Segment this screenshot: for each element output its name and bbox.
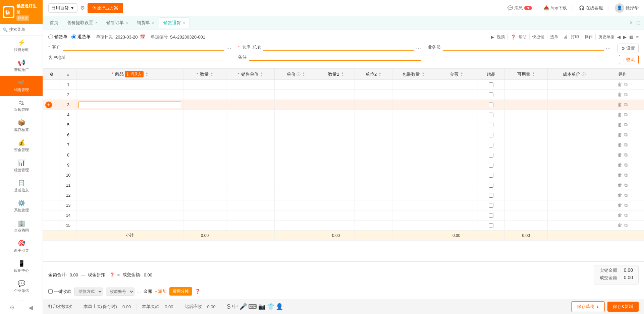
save-new-btn[interactable]: 保存&新增	[607, 302, 639, 312]
sidebar-item-system[interactable]: ⚙️ 系统管理	[0, 196, 43, 216]
copy-icon-3[interactable]: ⧉	[624, 102, 628, 108]
copy9[interactable]: ⧉	[624, 162, 628, 168]
sidebar-item-app-center[interactable]: 📱 应用中心	[0, 256, 43, 276]
copy5[interactable]: ⧉	[624, 122, 628, 128]
tab-sales-delivery-close[interactable]: ×	[152, 20, 154, 25]
del13[interactable]: 🗑	[618, 202, 622, 208]
ime-icon[interactable]: S	[227, 303, 231, 310]
fee-split-help[interactable]: ❓	[195, 289, 200, 294]
delete-icon-3[interactable]: 🗑	[618, 102, 622, 108]
copy8[interactable]: ⧉	[624, 152, 628, 158]
price-info-icon[interactable]: ⓘ	[297, 72, 301, 77]
copy7[interactable]: ⧉	[624, 142, 628, 148]
select-btn[interactable]: 选单	[550, 34, 558, 40]
prev-icon[interactable]: ◀	[617, 35, 621, 40]
copy-icon-2[interactable]: ⧉	[624, 92, 628, 98]
gift-checkbox-11[interactable]	[489, 183, 493, 188]
fee-split-btn[interactable]: 费用分摊	[169, 287, 192, 296]
sidebar-item-members[interactable]: 👑 畅会员	[0, 297, 43, 301]
tab-sales-order[interactable]: 销售订单 ×	[102, 18, 132, 28]
sidebar-settings-btn[interactable]: ⚙	[9, 304, 15, 311]
help-btn[interactable]: 帮助	[519, 34, 527, 40]
gift-checkbox-3[interactable]	[489, 103, 493, 107]
copy-icon-1[interactable]: ⧉	[624, 82, 628, 87]
tab-sales-return[interactable]: 销货退货 ×	[159, 17, 190, 28]
gift-checkbox-14[interactable]	[489, 213, 493, 218]
sidebar-item-enterprise-wechat[interactable]: 💬 企业微信	[0, 276, 43, 297]
save-draft-btn[interactable]: 保存草稿 ▲	[571, 301, 605, 312]
microphone-icon[interactable]: 🎤	[239, 303, 247, 310]
one-key-payment-checkbox[interactable]: 一键收款	[48, 289, 71, 295]
sidebar-item-finance[interactable]: 💰 资金管理	[0, 136, 43, 156]
gift-checkbox-1[interactable]	[489, 82, 493, 87]
add-fee-btn[interactable]: + 添加	[155, 289, 167, 295]
remark-input[interactable]	[249, 54, 421, 61]
topbar-gear-icon[interactable]: ⚙	[80, 5, 85, 11]
camera-icon[interactable]: 📷	[258, 303, 266, 310]
sidebar-item-sales[interactable]: 🛒 销售管理	[0, 76, 43, 96]
tab-price-settings-close[interactable]: ×	[95, 20, 98, 25]
tshirt-icon[interactable]: 👕	[267, 303, 274, 310]
del12[interactable]: 🗑	[618, 192, 622, 198]
module-selector[interactable]: 日用百货 ▼	[48, 3, 77, 13]
sidebar-item-purchase[interactable]: 🛍 采购管理	[0, 96, 43, 116]
next-icon[interactable]: ▶	[623, 35, 627, 40]
tabs-close-btn[interactable]: ×	[628, 19, 634, 26]
tab-sales-order-close[interactable]: ×	[126, 20, 128, 25]
delete-icon-1[interactable]: 🗑	[618, 82, 622, 87]
gift-checkbox-7[interactable]	[489, 143, 493, 147]
gift-checkbox-12[interactable]	[489, 193, 493, 198]
shortcut-btn[interactable]: 快捷键	[532, 34, 544, 40]
staff-dots[interactable]: ...	[606, 44, 611, 51]
sidebar-item-enterprise[interactable]: 🏢 企业协同	[0, 216, 43, 236]
product-input-3[interactable]	[78, 102, 181, 108]
cost-info-icon[interactable]: ⓘ	[582, 72, 586, 77]
grid-view-icon[interactable]: ▦	[629, 35, 633, 40]
radio-sales[interactable]: 销货单	[48, 34, 67, 40]
del8[interactable]: 🗑	[618, 152, 622, 158]
video-btn[interactable]: 视频	[497, 34, 505, 40]
sidebar-collapse-btn[interactable]: ◀	[29, 304, 33, 311]
radio-return-input[interactable]	[71, 35, 76, 39]
tab-price-settings[interactable]: 售价提取设置 ×	[63, 18, 102, 28]
copy12[interactable]: ⧉	[624, 192, 628, 198]
del5[interactable]: 🗑	[618, 122, 622, 128]
del15[interactable]: 🗑	[618, 223, 622, 228]
copy6[interactable]: ⧉	[624, 132, 628, 138]
gift-checkbox-15[interactable]	[489, 223, 493, 228]
keyboard-icon[interactable]: ⌨	[248, 303, 257, 310]
trial-btn[interactable]: 体验行业方案	[88, 3, 123, 13]
del6[interactable]: 🗑	[618, 132, 622, 138]
row-add-btn[interactable]: +	[45, 102, 52, 108]
sidebar-item-marketing[interactable]: 📢 营销推广	[0, 56, 43, 76]
gift-checkbox-13[interactable]	[489, 203, 493, 208]
tab-home[interactable]: 首页	[46, 18, 62, 28]
copy11[interactable]: ⧉	[624, 182, 628, 188]
del14[interactable]: 🗑	[618, 212, 622, 218]
sidebar-item-guide[interactable]: 🎯 新手引导	[0, 236, 43, 256]
gift-checkbox-5[interactable]	[489, 123, 493, 127]
del4[interactable]: 🗑	[618, 112, 622, 118]
customer-input[interactable]	[63, 44, 224, 51]
gift-checkbox-2[interactable]	[489, 92, 493, 97]
tabs-expand-btn[interactable]: □	[635, 19, 641, 26]
staff-input[interactable]	[443, 44, 604, 51]
customer-dots[interactable]: ...	[226, 44, 231, 51]
calendar-icon[interactable]: 📅	[140, 35, 145, 40]
radio-sales-input[interactable]	[48, 35, 53, 39]
print-btn[interactable]: 打印	[571, 34, 579, 40]
person-icon[interactable]: 👤	[276, 303, 283, 310]
setting-btn[interactable]: ⚙ 设置	[618, 44, 639, 53]
list-view-icon[interactable]: ≡	[636, 35, 639, 40]
account-dots[interactable]: ...	[137, 289, 141, 294]
copy13[interactable]: ⧉	[624, 202, 628, 208]
copy4[interactable]: ⧉	[624, 112, 628, 118]
gift-checkbox-4[interactable]	[489, 113, 493, 117]
message-btn[interactable]: 💬 消息 70	[507, 5, 532, 11]
copy10[interactable]: ⧉	[624, 172, 628, 178]
gift-checkbox-9[interactable]	[489, 163, 493, 168]
th-gear[interactable]: ⚙	[43, 69, 60, 80]
gift-checkbox-10[interactable]	[489, 173, 493, 178]
operate-btn[interactable]: 操作	[585, 34, 593, 40]
sidebar-item-basic[interactable]: 📋 基础信息	[0, 176, 43, 196]
